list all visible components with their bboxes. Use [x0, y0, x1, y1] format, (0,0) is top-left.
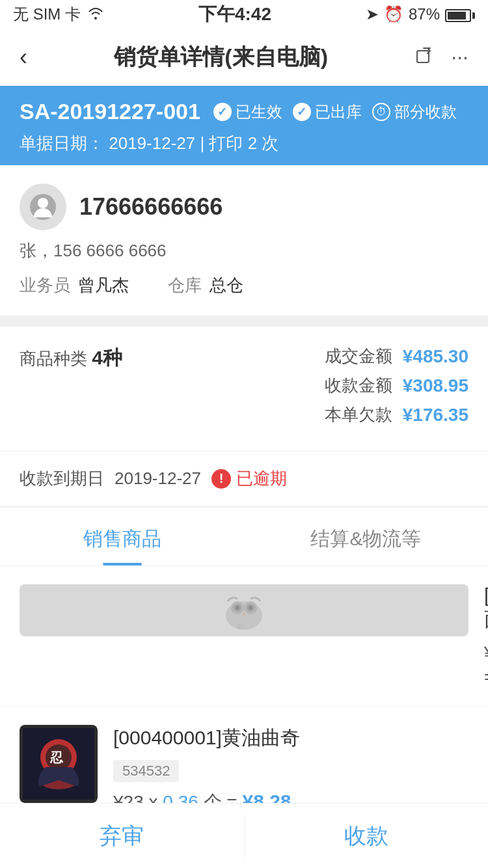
status-bar: 无 SIM 卡 下午4:42 ➤ ⏰ 87% [0, 0, 488, 29]
tabs-section: 销售商品 结算&物流等 [0, 507, 488, 566]
product-price-1: ¥40 x 5 袋 = ¥199.99 [484, 641, 488, 688]
transaction-row: 成交金额 ¥485.30 [325, 345, 468, 368]
due-date-section: 收款到期日 2019-12-27 ! 已逾期 [0, 451, 488, 506]
product-kind-label: 商品种类 [20, 349, 92, 368]
badge-partial-payment: ⏱ 部分收款 [372, 102, 457, 122]
stats-left: 商品种类 4种 [20, 345, 122, 377]
battery-percent: 87% [409, 5, 440, 23]
salesperson-label: 业务员 [20, 274, 70, 297]
tab-sales-products[interactable]: 销售商品 [0, 508, 244, 565]
status-time: 下午4:42 [198, 2, 271, 27]
cancel-button[interactable]: 弃审 [0, 804, 244, 868]
confirm-button[interactable]: 收款 [245, 804, 489, 868]
order-header-banner: SA-20191227-001 ✓ 已生效 ✓ 已出库 ⏱ 部分收款 单据日期：… [0, 86, 488, 165]
overdue-icon: ! [211, 469, 231, 489]
transaction-amount: ¥485.30 [403, 346, 468, 367]
alarm-icon: ⏰ [384, 5, 403, 23]
share-icon[interactable] [414, 44, 435, 70]
wifi-icon [87, 5, 104, 23]
nav-actions: ··· [414, 44, 468, 70]
date-label: 单据日期： [20, 133, 104, 153]
salesperson-value: 曾凡杰 [78, 274, 129, 297]
back-button[interactable]: ‹ [20, 44, 27, 71]
bottom-bar: 弃审 收款 [0, 803, 488, 868]
svg-point-7 [249, 606, 252, 610]
location-icon: ➤ [366, 5, 379, 23]
avatar-icon [30, 194, 56, 220]
product-thumb-1: 里+ [20, 584, 468, 636]
more-icon[interactable]: ··· [451, 45, 468, 69]
status-left: 无 SIM 卡 [13, 4, 104, 25]
order-date-row: 单据日期： 2019-12-27 | 打印 2 次 [20, 132, 468, 155]
debt-amount: ¥176.35 [403, 405, 468, 426]
customer-meta: 业务员 曾凡杰 仓库 总仓 [20, 274, 468, 297]
check-icon-2: ✓ [293, 103, 311, 121]
svg-rect-0 [417, 51, 429, 62]
customer-name: 17666666666 [79, 193, 223, 221]
badge-activated: ✓ 已生效 [213, 102, 282, 122]
warehouse-value: 总仓 [210, 274, 243, 297]
customer-section: 17666666666 张，156 6666 6666 业务员 曾凡杰 仓库 总… [0, 165, 488, 315]
product-name-1: [0000002]面包 [484, 584, 488, 633]
customer-sub-info: 张，156 6666 6666 [20, 239, 468, 262]
order-badges: ✓ 已生效 ✓ 已出库 ⏱ 部分收款 [213, 102, 457, 122]
print-info: | 打印 2 次 [200, 133, 278, 153]
divider-1 [0, 316, 488, 327]
product-info-1: [0000002]面包 ¥40 x 5 袋 = ¥199.99 [484, 584, 488, 688]
customer-avatar [20, 183, 66, 230]
product-kind-value: 4种 [92, 347, 122, 368]
product-image-2: 忍 [20, 725, 98, 803]
received-row: 收款金额 ¥308.95 [325, 374, 468, 397]
customer-main-row: 17666666666 [20, 183, 468, 230]
debt-row: 本单欠款 ¥176.35 [325, 403, 468, 426]
product-info-2: [000400001]黄油曲奇 534532 ¥23 x 0.36 个 = ¥8… [113, 725, 468, 815]
svg-text:里+: 里+ [236, 624, 245, 630]
warehouse-item: 仓库 总仓 [168, 274, 243, 297]
svg-text:忍: 忍 [49, 750, 64, 765]
page-title: 销货单详情(来自电脑) [114, 42, 328, 72]
product-list: 里+ [0000002]面包 ¥40 x 5 袋 = ¥199.99 [0, 566, 488, 834]
product-kind-row: 商品种类 4种 [20, 345, 122, 372]
nav-bar: ‹ 销货单详情(来自电脑) ··· [0, 29, 488, 86]
overdue-badge: ! 已逾期 [211, 467, 287, 490]
battery-icon [445, 5, 475, 23]
product-item-1: 里+ [0000002]面包 ¥40 x 5 袋 = ¥199.99 [0, 566, 488, 707]
transaction-label: 成交金额 [325, 345, 392, 368]
clock-icon: ⏱ [372, 103, 390, 121]
order-id: SA-20191227-001 [20, 99, 200, 124]
overdue-text: 已逾期 [236, 467, 287, 490]
tabs-row: 销售商品 结算&物流等 [0, 508, 488, 566]
price-eq-1: = [484, 667, 488, 687]
order-date: 2019-12-27 [109, 133, 195, 153]
status-right: ➤ ⏰ 87% [366, 5, 475, 23]
received-amount: ¥308.95 [403, 375, 468, 396]
product-name-2: [000400001]黄油曲奇 [113, 725, 468, 752]
due-date-label: 收款到期日 [20, 467, 104, 490]
stats-section: 商品种类 4种 成交金额 ¥485.30 收款金额 ¥308.95 本单欠款 ¥… [0, 327, 488, 451]
product-tag-2: 534532 [113, 760, 179, 782]
price-base-1: ¥40 [484, 643, 488, 663]
due-date-value: 2019-12-27 [115, 468, 201, 489]
warehouse-label: 仓库 [168, 274, 202, 297]
tab-settlement[interactable]: 结算&物流等 [244, 508, 488, 565]
stats-right: 成交金额 ¥485.30 收款金额 ¥308.95 本单欠款 ¥176.35 [325, 345, 468, 433]
received-label: 收款金额 [325, 374, 392, 397]
svg-point-6 [236, 606, 239, 610]
debt-label: 本单欠款 [325, 403, 392, 426]
product-thumb-2: 忍 [20, 725, 98, 803]
sim-label: 无 SIM 卡 [13, 4, 81, 25]
badge-shipped: ✓ 已出库 [293, 102, 362, 122]
salesperson-item: 业务员 曾凡杰 [20, 274, 129, 297]
check-icon: ✓ [213, 103, 232, 121]
